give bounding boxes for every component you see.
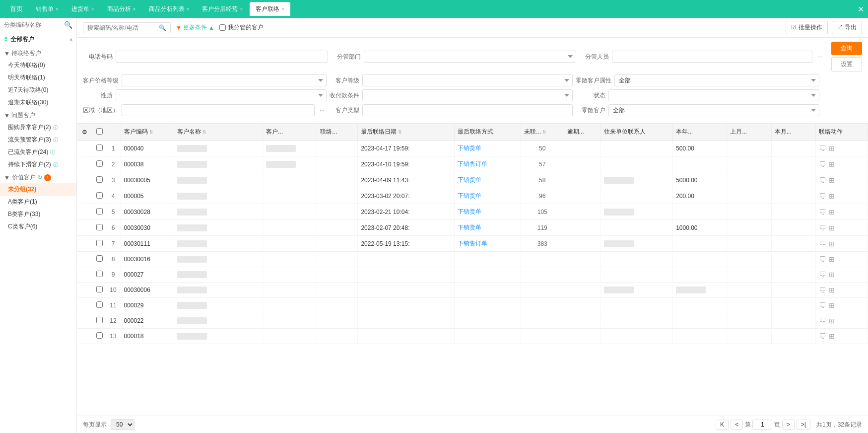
col-last-contact-method[interactable]: 最后联络方式 (454, 124, 521, 141)
sidebar-search-input[interactable] (4, 21, 62, 28)
row-checkbox[interactable] (96, 317, 103, 323)
row-last-contact-method-cell[interactable]: 下销货单 (454, 141, 521, 156)
row-checkbox-cell[interactable] (93, 188, 106, 204)
sidebar-item-7day-pending[interactable]: 近7天待联络(0) (0, 84, 76, 96)
sidebar-item-hoarding-abnormal[interactable]: 囤购异常客户(2) ⓘ (0, 121, 76, 134)
phone-input[interactable] (116, 51, 328, 63)
nav-tab-customer-contact[interactable]: 客户联络 × (250, 2, 290, 16)
contact-phone-icon[interactable]: 🗨 (819, 317, 826, 325)
collapse-sidebar-icon[interactable]: « (69, 37, 72, 42)
contact-grid-icon[interactable]: ⊞ (829, 255, 835, 263)
col-settings[interactable]: ⚙ (77, 124, 93, 141)
row-checkbox[interactable] (96, 144, 103, 151)
more-conditions-btn[interactable]: ▼ 更多条件 ▲ (176, 23, 214, 32)
select-all-checkbox[interactable] (96, 128, 103, 135)
row-checkbox-cell[interactable] (93, 156, 106, 172)
region-input[interactable] (122, 104, 315, 116)
sidebar-item-today-pending[interactable]: 今天待联络(0) (0, 59, 76, 72)
close-customer-tier-tab-icon[interactable]: × (240, 6, 243, 12)
col-last-month[interactable]: 上月... (727, 124, 772, 141)
contact-phone-icon[interactable]: 🗨 (819, 224, 826, 232)
query-button[interactable]: 查询 (831, 42, 862, 55)
contact-phone-icon[interactable]: 🗨 (819, 144, 826, 152)
sidebar-search-bar[interactable]: 🔍 (0, 18, 76, 32)
search-icon[interactable]: 🔍 (159, 24, 166, 31)
row-last-contact-method-cell[interactable]: 下销货单 (454, 188, 521, 204)
sidebar-group-value-customers[interactable]: ▼ 价值客户 ↻ ! (0, 171, 76, 183)
contact-grid-icon[interactable]: ⊞ (829, 224, 835, 232)
retail-attr-select[interactable]: 全部 (614, 74, 819, 86)
col-this-year[interactable]: 本年... (673, 124, 727, 141)
row-checkbox-cell[interactable] (93, 267, 106, 283)
gender-select[interactable] (116, 89, 327, 101)
sidebar-item-churn-warning[interactable]: 流失预警客户(3) ⓘ (0, 134, 76, 146)
contact-grid-icon[interactable]: ⊞ (829, 271, 835, 279)
dept-select[interactable] (364, 51, 576, 63)
batch-ops-button[interactable]: ☑ 批量操作 (786, 21, 827, 34)
retail-customer-select[interactable]: 全部 (608, 104, 819, 116)
person-dots-icon[interactable]: ··· (815, 53, 824, 60)
row-checkbox-cell[interactable] (93, 329, 106, 344)
contact-phone-icon[interactable]: 🗨 (819, 208, 826, 216)
row-last-contact-method-cell[interactable] (454, 252, 521, 267)
nav-tab-product-analysis-list[interactable]: 商品分析列表 × (143, 2, 196, 16)
contact-grid-icon[interactable]: ⊞ (829, 192, 835, 200)
close-all-tabs-icon[interactable]: ✕ (858, 4, 864, 14)
contact-grid-icon[interactable]: ⊞ (829, 176, 835, 184)
row-checkbox-cell[interactable] (93, 298, 106, 313)
reset-button[interactable]: 设置 (831, 57, 862, 72)
row-last-contact-method-cell[interactable] (454, 313, 521, 329)
close-product-analysis-list-tab-icon[interactable]: × (187, 6, 190, 12)
contact-phone-icon[interactable]: 🗨 (819, 286, 826, 294)
all-customers-header[interactable]: ⠿ 全部客户 « (0, 32, 76, 47)
row-checkbox[interactable] (96, 224, 103, 230)
refresh-icon[interactable]: ↻ (38, 174, 42, 181)
contact-grid-icon[interactable]: ⊞ (829, 208, 835, 216)
col-overdue[interactable]: 逾期... (564, 124, 601, 141)
row-checkbox[interactable] (96, 255, 103, 262)
contact-grid-icon[interactable]: ⊞ (829, 144, 835, 152)
row-checkbox-cell[interactable] (93, 283, 106, 298)
next-page-button[interactable]: > (782, 420, 795, 430)
contact-grid-icon[interactable]: ⊞ (829, 240, 835, 248)
contact-method-link[interactable]: 下销货单 (458, 224, 481, 231)
contact-phone-icon[interactable]: 🗨 (819, 332, 826, 340)
row-last-contact-method-cell[interactable] (454, 298, 521, 313)
row-checkbox-cell[interactable] (93, 204, 106, 220)
nav-tab-customer-tier[interactable]: 客户分层经营 × (196, 2, 249, 16)
row-last-contact-method-cell[interactable]: 下销货单 (454, 204, 521, 220)
row-checkbox[interactable] (96, 271, 103, 277)
last-page-button[interactable]: >| (797, 420, 810, 430)
sidebar-item-tomorrow-pending[interactable]: 明天待联络(1) (0, 72, 76, 84)
first-page-button[interactable]: K (716, 420, 729, 430)
contact-method-link[interactable]: 下销货单 (458, 144, 481, 151)
contact-method-link[interactable]: 下销货单 (458, 176, 481, 183)
search-input[interactable] (87, 24, 157, 31)
col-uncontacted[interactable]: 未联...⇅ (521, 124, 564, 141)
row-checkbox[interactable] (96, 192, 103, 199)
row-checkbox-cell[interactable] (93, 141, 106, 156)
row-checkbox-cell[interactable] (93, 220, 106, 236)
contact-grid-icon[interactable]: ⊞ (829, 317, 835, 325)
contact-grid-icon[interactable]: ⊞ (829, 301, 835, 309)
col-checkbox[interactable] (93, 124, 106, 141)
col-type[interactable]: 客户... (263, 124, 317, 141)
row-checkbox-cell[interactable] (93, 252, 106, 267)
row-checkbox[interactable] (96, 332, 103, 339)
sidebar-item-ungrouped[interactable]: 未分组(32) (0, 183, 76, 196)
contact-grid-icon[interactable]: ⊞ (829, 332, 835, 340)
col-company-contact[interactable]: 往来单位联系人 (601, 124, 673, 141)
close-sales-tab-icon[interactable]: × (56, 6, 59, 12)
close-purchase-tab-icon[interactable]: × (91, 6, 94, 12)
price-level-select[interactable] (122, 74, 327, 86)
row-last-contact-method-cell[interactable]: 下销货单 (454, 220, 521, 236)
contact-method-link[interactable]: 下销售订单 (458, 160, 487, 167)
sidebar-item-declining[interactable]: 持续下滑客户(2) ⓘ (0, 158, 76, 171)
contact-grid-icon[interactable]: ⊞ (829, 286, 835, 294)
close-product-analysis-tab-icon[interactable]: × (133, 6, 136, 12)
search-box[interactable]: 🔍 (83, 22, 171, 33)
my-customers-checkbox-label[interactable]: 我分管的客户 (219, 23, 264, 32)
row-last-contact-method-cell[interactable] (454, 283, 521, 298)
row-checkbox-cell[interactable] (93, 313, 106, 329)
close-customer-contact-tab-icon[interactable]: × (281, 6, 284, 12)
